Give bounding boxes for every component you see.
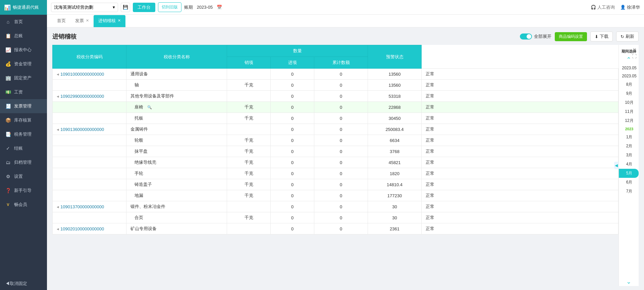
table-row[interactable]: 座椅 🔍千克0022868正常: [53, 102, 619, 113]
main-area: 沈海英测试经营勿删 ▾ 💾 工作台 切到旧版 账期 2023-05 📅 🎧 人工…: [47, 0, 644, 290]
sidebar-item-assets[interactable]: 🏢 固定资产: [0, 71, 47, 85]
cell-tax-name: 手轮: [126, 168, 227, 179]
sidebar-item-home[interactable]: ⌂ 首页: [0, 15, 47, 29]
company-selector[interactable]: 沈海英测试经营勿删 ▾: [51, 3, 118, 12]
cell-sales: 0: [271, 201, 314, 212]
table-row[interactable]: 合页千克0030正常: [53, 212, 619, 223]
table-row[interactable]: 轮毂千克006634正常: [53, 135, 619, 146]
period-item[interactable]: 3月: [619, 151, 639, 160]
cell-sales: 0: [271, 157, 314, 168]
tab-home[interactable]: 首页: [52, 15, 70, 27]
sidebar-item-reports[interactable]: 📈 报表中心: [0, 43, 47, 57]
table-row[interactable]: ◂109020100000000000矿山专用设备002361正常: [53, 223, 619, 234]
sidebar-item-funds[interactable]: 💰 资金管理: [0, 57, 47, 71]
tab-reconcile[interactable]: 进销稽核 ✕: [94, 15, 125, 27]
cell-status: 正常: [422, 80, 619, 91]
table-row[interactable]: 托板千克0030450正常: [53, 113, 619, 124]
period-item[interactable]: 4月: [619, 160, 639, 169]
payroll-icon: 💵: [5, 89, 11, 95]
cell-total: 1820: [368, 168, 422, 179]
refresh-button[interactable]: ↻ 刷新: [616, 31, 639, 42]
sidebar-item-guide[interactable]: ❓ 新手引导: [0, 184, 47, 198]
period-item[interactable]: 2023.05: [619, 72, 639, 80]
table-row[interactable]: 铸造盖子千克0014810.4正常: [53, 179, 619, 190]
toggle-track[interactable]: [520, 33, 532, 40]
panel-close-button[interactable]: ✕: [633, 47, 637, 52]
table-header-row: 税收分类编码 税收分类名称 数量 预警状态: [53, 45, 619, 57]
period-item[interactable]: 11月: [619, 107, 639, 116]
sidebar-item-archive[interactable]: 🗂 归档管理: [0, 155, 47, 169]
sidebar-item-tax[interactable]: 📑 税务管理: [0, 127, 47, 141]
cell-tax-code: ◂109029900000000000: [53, 91, 126, 102]
sidebar-item-inventory[interactable]: 📦 库存核算: [0, 113, 47, 127]
sidebar-item-member[interactable]: V 畅会员: [0, 198, 47, 212]
cell-sales: 0: [271, 91, 314, 102]
table-row[interactable]: ◂109010000000000000通用设备0013560正常: [53, 69, 619, 80]
table-scroll-area[interactable]: 税收分类编码 税收分类名称 数量 预警状态 销项 进项 累计数额: [52, 45, 619, 286]
period-item[interactable]: 8月: [619, 80, 639, 89]
expand-toggle[interactable]: 全部展开: [520, 33, 551, 40]
topbar-right: 🎧 人工咨询 👤 徐泽华: [591, 4, 640, 10]
table-row[interactable]: ◂109013700000000000锻件、粉末冶金件0030正常: [53, 201, 619, 212]
period-scroll-up[interactable]: ⌃: [626, 55, 632, 64]
period-item[interactable]: 6月: [619, 178, 639, 187]
tab-reconcile-close[interactable]: ✕: [118, 18, 121, 23]
sidebar-item-ledger[interactable]: 📋 总账: [0, 29, 47, 43]
period-item[interactable]: 5月: [619, 169, 639, 178]
sidebar-item-label: 资金管理: [14, 61, 32, 67]
archive-icon: 🗂: [5, 160, 11, 165]
cell-purchase: 0: [314, 124, 368, 135]
period-item[interactable]: 1月: [619, 133, 639, 142]
cell-sales: 0: [271, 179, 314, 190]
cell-total: 177230: [368, 190, 422, 201]
cell-status: 正常: [422, 157, 619, 168]
app-name: 畅捷通易代账: [13, 4, 39, 10]
panel-expand-button[interactable]: ⛶: [632, 54, 637, 59]
period-item[interactable]: 10月: [619, 98, 639, 107]
period-item[interactable]: 9月: [619, 89, 639, 98]
service-button[interactable]: 🎧 人工咨询: [591, 4, 615, 10]
code-settings-button[interactable]: 商品编码设置: [555, 32, 587, 41]
period-item[interactable]: 7月: [619, 187, 639, 196]
table-row[interactable]: 抹平盘千克003768正常: [53, 146, 619, 157]
sidebar-item-invoices[interactable]: 🧾 发票管理: [0, 99, 47, 113]
cell-total: 45821: [368, 157, 422, 168]
page-actions: 全部展开 商品编码设置 ⬇ 下载 ↻ 刷新: [520, 31, 639, 42]
period-item[interactable]: 2023: [619, 125, 639, 133]
th-sales: 销项: [227, 57, 271, 69]
table-row[interactable]: 轴千克0013560正常: [53, 80, 619, 91]
sidebar-unpin-button[interactable]: ◀取消固定: [0, 277, 47, 290]
tab-invoices-close[interactable]: ✕: [86, 18, 89, 23]
user-menu[interactable]: 👤 徐泽华: [620, 4, 640, 10]
cell-tax-name: 金属铸件: [126, 124, 227, 135]
period-scroll-down[interactable]: ⌄: [626, 277, 632, 286]
user-name: 徐泽华: [627, 4, 640, 10]
period-item[interactable]: 12月: [619, 116, 639, 125]
toggle-thumb: [527, 34, 531, 39]
table-row[interactable]: 手轮千克001820正常: [53, 168, 619, 179]
cell-tax-name: 地漏: [126, 190, 227, 201]
table-row[interactable]: ◂109013600000000000金属铸件00250083.4正常: [53, 124, 619, 135]
period-item[interactable]: 2月: [619, 142, 639, 151]
table-row[interactable]: 地漏千克00177230正常: [53, 190, 619, 201]
table-row[interactable]: 绝缘导线壳千克0045821正常: [53, 157, 619, 168]
cell-total: 30: [368, 201, 422, 212]
tab-invoices[interactable]: 发票 ✕: [70, 15, 94, 27]
sidebar-item-settings[interactable]: ⚙ 设置: [0, 169, 47, 184]
save-button[interactable]: 💾: [121, 3, 130, 12]
cell-unit: 千克: [227, 212, 271, 223]
cell-unit: 千克: [227, 80, 271, 91]
sidebar-item-payroll[interactable]: 💵 工资: [0, 85, 47, 99]
cell-status: 正常: [422, 146, 619, 157]
cell-total: 53318: [368, 91, 422, 102]
period-item[interactable]: 2023.05: [619, 64, 639, 72]
cell-tax-code: [53, 102, 126, 113]
workspace-button[interactable]: 工作台: [133, 3, 155, 12]
sidebar-item-settlement[interactable]: ✓ 结账: [0, 141, 47, 155]
switch-version-button[interactable]: 切到旧版: [158, 2, 181, 12]
tab-invoices-label: 发票: [75, 18, 84, 24]
download-button[interactable]: ⬇ 下载: [590, 31, 613, 42]
panel-toggle-button[interactable]: ◀: [614, 162, 619, 169]
calendar-icon[interactable]: 📅: [217, 5, 222, 10]
table-row[interactable]: ◂109029900000000000其他专用设备及零部件0053318正常: [53, 91, 619, 102]
